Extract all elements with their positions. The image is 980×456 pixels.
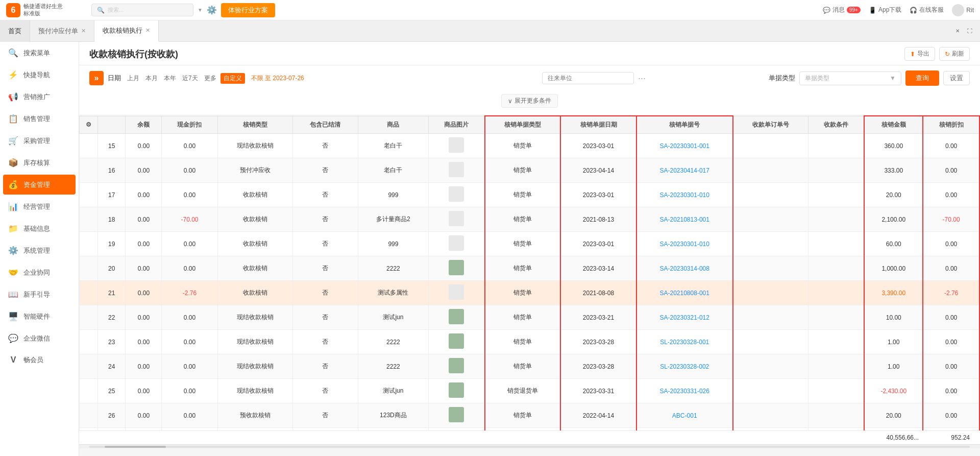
sidebar-item-search[interactable]: 🔍 搜索菜单 — [0, 42, 79, 64]
bill-no-link[interactable]: ABC-001 — [672, 412, 697, 419]
date-more[interactable]: 更多 — [202, 73, 218, 84]
sidebar-item-hardware[interactable]: 🖥️ 智能硬件 — [0, 305, 79, 327]
cell-balance: 0.00 — [126, 330, 162, 354]
cell-product-img — [429, 158, 485, 183]
cell-settings — [80, 207, 98, 232]
partner-dots-icon[interactable]: ··· — [638, 73, 646, 84]
table-wrapper: ⚙ 余额 现金折扣 核销类型 包含已结清 商品 商品图片 核销单据类型 核销单据… — [79, 115, 980, 430]
solution-button[interactable]: 体验行业方案 — [221, 3, 275, 17]
message-button[interactable]: 💬 消息 99+ — [823, 6, 861, 14]
cell-bill-no[interactable]: SA-20210813-001 — [636, 207, 733, 232]
expand-more-conditions-button[interactable]: ∨ 展开更多条件 — [501, 94, 558, 108]
sidebar-item-purchase[interactable]: 🛒 采购管理 — [0, 130, 79, 152]
cell-bill-type: 销货单 — [485, 403, 561, 428]
cell-product: 2222 — [358, 256, 429, 281]
cell-bill-no[interactable]: SA-20230321-012 — [636, 305, 733, 330]
cell-bill-date: 2023-03-01 — [560, 232, 636, 256]
app-download-button[interactable]: 📱 App下载 — [869, 6, 901, 14]
cell-bill-no[interactable]: SA-20210808-001 — [636, 281, 733, 305]
bill-no-link[interactable]: SA-20230414-017 — [660, 167, 709, 174]
partner-input[interactable] — [542, 72, 634, 84]
sidebar-item-inventory[interactable]: 📦 库存核算 — [0, 152, 79, 174]
date-custom-button[interactable]: 自定义 — [220, 73, 245, 84]
sidebar-item-system[interactable]: ⚙️ 系统管理 — [0, 239, 79, 261]
cell-seq: 17 — [98, 183, 126, 207]
close-window-icon[interactable]: ✕ — [953, 27, 962, 35]
bill-no-link[interactable]: SA-20230331-026 — [660, 388, 709, 395]
online-service-button[interactable]: 🎧 在线客服 — [910, 6, 944, 14]
sidebar-item-basic[interactable]: 📁 基础信息 — [0, 218, 79, 239]
scrollbar-thumb[interactable] — [105, 446, 166, 448]
date-this-month[interactable]: 本月 — [143, 73, 160, 84]
sidebar-item-member[interactable]: V 畅会员 — [0, 349, 79, 371]
tab-prepay[interactable]: 预付冲应付单 ✕ — [30, 20, 94, 42]
bill-no-link[interactable]: SA-20210808-001 — [660, 290, 709, 297]
cell-bill-no[interactable]: SA-20230314-008 — [636, 256, 733, 281]
filter-expand-button[interactable]: » — [89, 71, 104, 85]
sidebar-item-finance[interactable]: 💰 资金管理 — [3, 175, 76, 195]
dropdown-arrow-icon[interactable]: ▼ — [198, 7, 203, 13]
cell-product: 测试多属性 — [358, 281, 429, 305]
sidebar-item-quicknav[interactable]: ⚡ 快捷导航 — [0, 64, 79, 86]
date-this-year[interactable]: 本年 — [162, 73, 178, 84]
cell-product-img — [429, 330, 485, 354]
col-settings[interactable]: ⚙ — [80, 116, 98, 134]
date-last-month[interactable]: 上月 — [125, 73, 141, 84]
cell-settings — [80, 379, 98, 403]
settings-btn-area: 设置 — [943, 71, 970, 85]
bill-no-link[interactable]: SA-20210813-001 — [660, 216, 709, 223]
export-button[interactable]: ⬆ 导出 — [904, 47, 935, 61]
header-actions: ⬆ 导出 ↻ 刷新 — [904, 47, 970, 61]
cell-bill-no[interactable]: SL-20230328-002 — [636, 354, 733, 379]
cell-receipt-condition — [808, 403, 864, 428]
logo-area: 6 畅捷通谱好生意 标准版 — [6, 3, 85, 17]
purchase-icon: 🛒 — [8, 136, 18, 146]
horizontal-scrollbar[interactable] — [79, 444, 980, 448]
sidebar-item-guide[interactable]: 📖 新手引导 — [0, 283, 79, 305]
query-button[interactable]: 查询 — [905, 70, 939, 86]
close-receipt-icon[interactable]: ✕ — [145, 27, 150, 34]
column-settings-button[interactable]: 设置 — [943, 71, 970, 85]
product-image — [449, 333, 464, 349]
refresh-button[interactable]: ↻ 刷新 — [939, 47, 970, 61]
sidebar-item-operations[interactable]: 📊 经营管理 — [0, 196, 79, 218]
bill-no-link[interactable]: SL-20230328-001 — [660, 339, 709, 346]
cell-product: 999 — [358, 183, 429, 207]
date-7days[interactable]: 近7天 — [180, 73, 200, 84]
maximize-icon[interactable]: ⛶ — [966, 27, 974, 35]
cell-bill-no[interactable]: SL-20230328-001 — [636, 330, 733, 354]
bill-no-link[interactable]: SA-20230301-010 — [660, 191, 709, 199]
bill-no-link[interactable]: SA-20230314-008 — [660, 265, 709, 272]
cell-bill-no[interactable]: SA-20230301-001 — [636, 134, 733, 158]
cell-bill-no[interactable]: SA-20230331-026 — [636, 379, 733, 403]
cell-settings — [80, 354, 98, 379]
cell-bill-date: 2021-08-08 — [560, 281, 636, 305]
cell-bill-no[interactable]: SA-20230414-017 — [636, 158, 733, 183]
tab-home[interactable]: 首页 — [0, 20, 30, 42]
bill-no-link[interactable]: SA-20230301-010 — [660, 241, 709, 248]
bill-no-link[interactable]: SA-20230321-012 — [660, 314, 709, 321]
settings-icon[interactable]: ⚙️ — [207, 5, 217, 15]
sidebar-item-marketing[interactable]: 📢 营销推广 — [0, 86, 79, 108]
bill-no-link[interactable]: SL-20230328-002 — [660, 363, 709, 370]
table-row: 15 0.00 0.00 现结收款核销 否 老白干 销货单 2023-03-01… — [80, 134, 980, 158]
cell-bill-no[interactable]: ABC-001 — [636, 403, 733, 428]
close-prepay-icon[interactable]: ✕ — [81, 28, 86, 34]
bill-type-select[interactable]: 单据类型 ▼ — [799, 71, 901, 85]
table-row: 24 0.00 0.00 现结收款核销 否 2222 销货单 2023-03-2… — [80, 354, 980, 379]
refresh-icon: ↻ — [945, 51, 950, 58]
bill-no-link[interactable]: SA-20230301-001 — [660, 142, 709, 150]
sidebar-item-weixin[interactable]: 💬 企业微信 — [0, 327, 79, 349]
tab-receipt[interactable]: 收款核销执行 ✕ — [94, 20, 159, 42]
tab-home-label: 首页 — [8, 27, 21, 36]
cell-bill-no[interactable]: SA-20230301-010 — [636, 232, 733, 256]
sidebar-item-collab[interactable]: 🤝 企业协同 — [0, 261, 79, 283]
search-bar[interactable]: 🔍 搜索... — [91, 4, 193, 16]
user-profile[interactable]: Rit — [952, 4, 974, 16]
cell-cash-discount: -2.76 — [162, 281, 217, 305]
member-icon: V — [8, 355, 18, 365]
cell-bill-no[interactable]: SA-20230301-010 — [636, 183, 733, 207]
sidebar-item-sales[interactable]: 📋 销售管理 — [0, 108, 79, 130]
cell-settings — [80, 232, 98, 256]
bill-type-arrow-icon: ▼ — [890, 75, 896, 82]
